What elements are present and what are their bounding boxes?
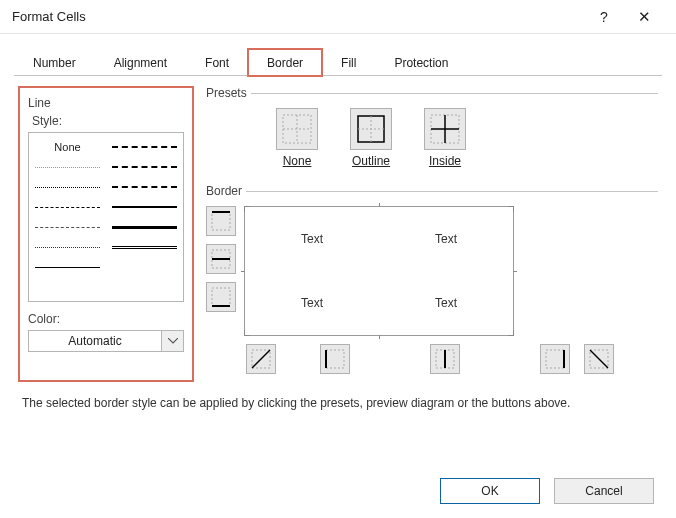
presets-label: Presets	[206, 86, 251, 100]
border-diag-up-button[interactable]	[246, 344, 276, 374]
border-left-button[interactable]	[320, 344, 350, 374]
ok-button[interactable]: OK	[440, 478, 540, 504]
line-style-box[interactable]: None	[28, 132, 184, 302]
preset-outline-label: Outline	[350, 154, 392, 168]
tab-protection[interactable]: Protection	[375, 49, 467, 76]
line-style-option[interactable]	[112, 166, 177, 168]
tab-fill[interactable]: Fill	[322, 49, 375, 76]
preset-none[interactable]: None	[276, 108, 318, 168]
help-icon[interactable]: ?	[584, 9, 624, 25]
border-label: Border	[206, 184, 246, 198]
border-group: Border Text Text	[206, 184, 658, 374]
border-diag-down-button[interactable]	[584, 344, 614, 374]
line-style-option[interactable]	[35, 227, 100, 228]
titlebar: Format Cells ? ✕	[0, 0, 676, 34]
right-panel: Presets None Outline Inside Border	[206, 86, 658, 382]
preset-outline[interactable]: Outline	[350, 108, 392, 168]
tab-number[interactable]: Number	[14, 49, 95, 76]
style-label: Style:	[32, 114, 184, 128]
preset-outline-icon	[350, 108, 392, 150]
tab-border[interactable]: Border	[248, 49, 322, 76]
line-style-option[interactable]	[35, 207, 100, 208]
border-top-button[interactable]	[206, 206, 236, 236]
presets-group: Presets None Outline Inside	[206, 86, 658, 176]
tabs: Number Alignment Font Border Fill Protec…	[14, 48, 662, 76]
svg-rect-9	[212, 212, 230, 230]
preset-inside[interactable]: Inside	[424, 108, 466, 168]
preview-cell: Text	[379, 207, 513, 271]
line-style-none[interactable]: None	[35, 141, 100, 153]
line-style-option[interactable]	[112, 146, 177, 148]
line-style-option[interactable]	[112, 206, 177, 208]
border-right-button[interactable]	[540, 344, 570, 374]
preset-inside-icon	[424, 108, 466, 150]
border-mid-v-button[interactable]	[430, 344, 460, 374]
footer: OK Cancel	[440, 478, 654, 504]
color-label: Color:	[28, 312, 184, 326]
svg-rect-13	[212, 288, 230, 306]
preview-cell: Text	[245, 207, 379, 271]
svg-line-24	[590, 350, 608, 368]
preset-none-label: None	[276, 154, 318, 168]
line-style-option[interactable]	[35, 267, 100, 268]
border-bottom-button[interactable]	[206, 282, 236, 312]
line-style-option[interactable]	[112, 226, 177, 229]
svg-rect-17	[326, 350, 344, 368]
line-style-option[interactable]	[35, 187, 100, 188]
tab-alignment[interactable]: Alignment	[95, 49, 186, 76]
preset-none-icon	[276, 108, 318, 150]
line-group-label: Line	[28, 96, 184, 110]
preview-cell: Text	[245, 271, 379, 335]
svg-rect-21	[546, 350, 564, 368]
line-panel: Line Style: None Color: Automatic	[18, 86, 194, 382]
preset-inside-label: Inside	[424, 154, 466, 168]
window-title: Format Cells	[12, 9, 86, 24]
color-value: Automatic	[28, 330, 162, 352]
line-style-option[interactable]	[112, 186, 177, 188]
close-icon[interactable]: ✕	[624, 8, 664, 26]
border-mid-h-button[interactable]	[206, 244, 236, 274]
hint-text: The selected border style can be applied…	[0, 388, 676, 410]
line-style-option[interactable]	[35, 247, 100, 248]
line-style-option[interactable]	[35, 167, 100, 168]
preview-cell: Text	[379, 271, 513, 335]
tab-font[interactable]: Font	[186, 49, 248, 76]
line-style-option[interactable]	[112, 246, 177, 249]
border-preview[interactable]: Text Text Text Text	[244, 206, 514, 336]
chevron-down-icon[interactable]	[162, 330, 184, 352]
color-select[interactable]: Automatic	[28, 330, 184, 352]
cancel-button[interactable]: Cancel	[554, 478, 654, 504]
svg-line-16	[252, 350, 270, 368]
